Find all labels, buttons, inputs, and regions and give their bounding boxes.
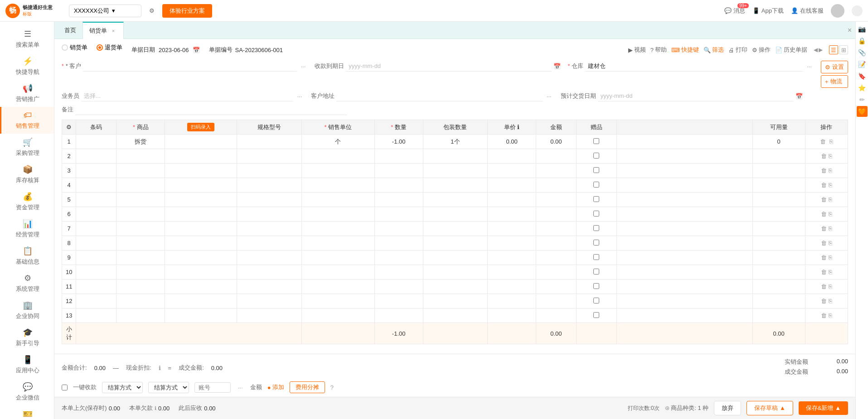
expense-help-icon[interactable]: ? [330,384,334,391]
copy-icon[interactable]: ⎘ [829,312,832,319]
payment-method-select2[interactable]: 结算方式 [148,382,189,393]
col-settings[interactable]: ⚙ [62,120,76,135]
delete-icon[interactable]: 🗑 [821,240,827,246]
grid-view-btn[interactable]: ⊞ [839,45,848,54]
warehouse-ellipsis-icon[interactable]: ··· [805,62,814,71]
delete-icon[interactable]: 🗑 [821,312,827,319]
cell-price[interactable]: 0.00 [488,135,536,149]
delete-icon[interactable]: 🗑 [821,225,827,232]
next-arrow[interactable]: ▶ [819,47,823,53]
avatar[interactable] [831,4,844,18]
delete-icon[interactable]: 🗑 [821,283,827,290]
account-ellipsis-icon[interactable]: ··· [236,383,245,392]
online-service-button[interactable]: 👤 在线客服 [791,7,824,15]
copy-icon[interactable]: ⎘ [829,283,832,290]
sidebar-item-sales[interactable]: 🏷 销售管理 [0,107,54,134]
help-link[interactable]: ? 帮助 [650,46,667,54]
print-link[interactable]: 🖨 打印 [728,46,747,54]
sidebar-item-operations[interactable]: 📊 经营管理 [0,215,54,242]
delete-icon[interactable]: 🗑 [821,153,827,159]
copy-icon[interactable]: ⎘ [829,254,832,261]
collection-date-calendar-icon[interactable]: 📅 [553,63,561,70]
sidebar-item-system[interactable]: ⚙ 系统管理 [0,270,54,297]
tool-camera[interactable]: 📷 [857,24,868,34]
save-new-button[interactable]: 保存&新增 ▲ [799,401,848,415]
prev-arrow[interactable]: ◀ [814,47,818,53]
scan-button[interactable]: 扫码录入 [187,123,214,131]
tool-bookmark[interactable]: 🔖 [857,71,868,82]
shortcut-link[interactable]: ⌨ 快捷键 [671,46,699,54]
delete-icon[interactable]: 🗑 [821,167,827,174]
trial-button[interactable]: 体验行业方案 [162,4,212,18]
copy-icon[interactable]: ⎘ [829,240,832,246]
avatar-secondary[interactable] [852,5,863,16]
add-payment-button[interactable]: ● 添加 [267,383,284,391]
logistics-button[interactable]: + 物流 [821,75,848,88]
video-link[interactable]: ▶ 视频 [628,46,646,54]
remarks-input[interactable] [75,104,347,115]
cell-gift[interactable] [576,135,616,149]
account-input[interactable] [194,382,231,393]
delivery-date-input[interactable] [598,91,794,101]
copy-icon[interactable]: ⎘ [829,298,832,304]
tool-orange[interactable]: 🧡 [857,106,868,117]
collection-date-input[interactable] [346,61,551,72]
delivery-date-calendar-icon[interactable]: 📅 [795,93,803,100]
delete-icon[interactable]: 🗑 [821,182,827,188]
cell-qty[interactable]: -1.00 [374,135,423,149]
settings-icon[interactable]: ⚙ [145,4,159,18]
filter-link[interactable]: 🔍 筛选 [703,46,724,54]
tab-bar-close-icon[interactable]: × [848,26,852,34]
help-circle-icon2[interactable]: ℹ [155,405,156,411]
payment-method-select[interactable]: 结算方式 [102,382,143,393]
tool-lock[interactable]: 🔒 [857,35,868,46]
list-view-btn[interactable]: ☰ [829,45,838,54]
delete-icon[interactable]: 🗑 [820,138,826,145]
copy-icon[interactable]: ⎘ [829,167,832,174]
tab-close-icon[interactable]: × [110,27,117,34]
delete-icon[interactable]: 🗑 [821,211,827,217]
tool-note[interactable]: 📝 [857,59,868,70]
history-link[interactable]: 📄 历史单据 [775,46,807,54]
address-ellipsis-icon[interactable]: ··· [545,92,553,101]
copy-icon[interactable]: ⎘ [829,211,832,217]
delete-icon[interactable]: 🗑 [821,298,827,304]
expense-split-button[interactable]: 费用分摊 [290,381,325,393]
date-calendar-icon[interactable]: 📅 [193,47,200,53]
one-click-payment-checkbox[interactable] [62,385,68,390]
sidebar-item-finance[interactable]: 💰 资金管理 [0,188,54,215]
customer-ellipsis-icon[interactable]: ··· [299,62,307,71]
sidebar-item-search[interactable]: ☰ 搜索菜单 [0,25,54,53]
copy-icon[interactable]: ⎘ [829,269,832,275]
col-scan[interactable]: 扫码录入 [165,120,237,135]
sidebar-item-basic-info[interactable]: 📋 基础信息 [0,242,54,270]
customer-address-input[interactable] [336,91,543,101]
copy-icon[interactable]: ⎘ [829,225,832,232]
cell-barcode[interactable] [76,135,116,149]
operation-link[interactable]: ⚙ 操作 [752,46,771,54]
copy-icon[interactable]: ⎘ [829,153,832,159]
message-button[interactable]: 💬 消息 99+ [724,7,745,15]
sidebar-item-marketing[interactable]: 📢 营销推广 [0,80,54,107]
sidebar-item-enterprise[interactable]: 🏢 企业协同 [0,297,54,324]
delete-icon[interactable]: 🗑 [821,196,827,203]
radio-sales-order[interactable]: 销货单 [62,43,87,52]
customer-input[interactable] [83,61,297,72]
tool-star[interactable]: ⭐ [857,82,868,93]
tool-paperclip[interactable]: 📎 [857,47,868,58]
sidebar-item-guide[interactable]: 🎓 新手引导 [0,324,54,351]
salesperson-ellipsis-icon[interactable]: ··· [295,92,304,101]
warehouse-input[interactable] [585,61,803,72]
help-circle-icon[interactable]: ℹ [159,365,161,371]
copy-icon[interactable]: ⎘ [829,138,833,145]
sidebar-item-purchase[interactable]: 🛒 采购管理 [0,134,54,161]
tab-sales-order[interactable]: 销货单 × [82,22,124,39]
discard-button[interactable]: 放弃 [714,401,741,415]
salesperson-input[interactable] [81,91,293,101]
sidebar-item-wechat[interactable]: 💬 企业微信 [0,378,54,405]
copy-icon[interactable]: ⎘ [829,196,832,203]
sidebar-item-inventory[interactable]: 📦 库存核算 [0,161,54,188]
sidebar-item-quick-nav[interactable]: ⚡ 快捷导航 [0,53,54,80]
sidebar-item-app-center[interactable]: 📱 应用中心 [0,351,54,378]
tab-home[interactable]: 首页 [58,22,82,39]
